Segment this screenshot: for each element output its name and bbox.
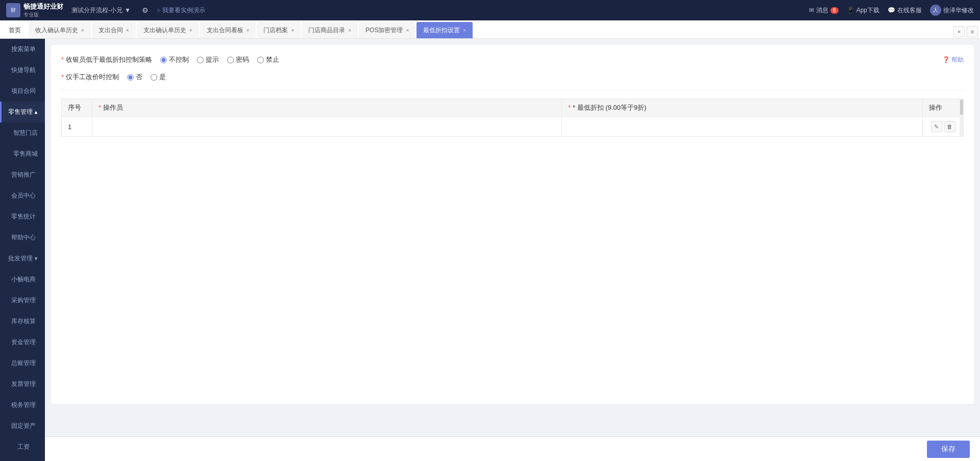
col-header-action: 操作 — [923, 99, 964, 117]
sidebar-item-invoice-management[interactable]: 发票管理 — [0, 374, 45, 395]
logo-text-block: 畅捷通好业财 专业版 — [23, 2, 63, 18]
sidebar-item-project-contract[interactable]: 项目合同 — [0, 81, 45, 102]
user-profile-button[interactable]: 人 徐泽华修改 — [930, 5, 974, 16]
edit-row-button[interactable]: ✎ — [931, 121, 942, 132]
sidebar-item-purchase-management[interactable]: 采购管理 — [0, 290, 45, 311]
tab-close-icon[interactable]: × — [406, 28, 409, 33]
content-area: 收银员低于最低折扣控制策略 不控制 提示 — [45, 39, 980, 461]
app-download-label: App下载 — [856, 6, 879, 15]
sidebar-label: 小畅电商 — [4, 275, 43, 284]
sidebar-item-payroll[interactable]: 工资 — [0, 436, 45, 457]
sidebar-item-search-menu[interactable]: 搜索菜单 — [0, 39, 45, 60]
messages-button[interactable]: ✉ 消息 8 — [809, 6, 839, 15]
sidebar-settings-button[interactable]: ⚙ — [0, 457, 45, 461]
sidebar-item-quick-nav[interactable]: 快捷导航 — [0, 60, 45, 81]
tab-label: 支出确认单历史 — [143, 26, 186, 35]
white-card: 收银员低于最低折扣控制策略 不控制 提示 — [51, 45, 974, 404]
service-icon: 💬 — [888, 7, 895, 14]
tab-pay-confirm-history[interactable]: 支出确认单历史 × — [137, 22, 199, 38]
sidebar-item-member-center[interactable]: 会员中心 — [0, 185, 45, 206]
radio-no-label: 否 — [136, 72, 142, 82]
tab-store-archive[interactable]: 门店档案 × — [257, 22, 301, 38]
tab-label: POS加密管理 — [365, 26, 403, 35]
sidebar-label: 帮助中心 — [4, 233, 43, 242]
table-header-row: 序号 操作员 * 最低折扣 (9.00等于9折) 操作 — [62, 99, 964, 117]
tab-income-confirm-history[interactable]: 收入确认单历史 × — [29, 22, 91, 38]
radio-password[interactable]: 密码 — [227, 55, 249, 64]
radio-password-label: 密码 — [236, 55, 249, 64]
sidebar-item-marketing[interactable]: 营销推广 — [0, 164, 45, 185]
help-label: 帮助 — [951, 56, 964, 64]
project-selector[interactable]: 测试分开流程-小兄 ▼ — [68, 5, 134, 16]
radio-yes[interactable]: 是 — [151, 72, 166, 82]
help-icon: ❓ — [942, 56, 950, 63]
tab-close-icon[interactable]: × — [189, 28, 192, 33]
radio-forbid-input[interactable] — [257, 57, 264, 63]
settings-icon-button[interactable]: ⚙ — [139, 5, 152, 15]
sidebar-item-inventory[interactable]: 库存核算 — [0, 311, 45, 332]
sidebar-item-capital-management[interactable]: 资金管理 — [0, 332, 45, 353]
tab-close-icon[interactable]: × — [463, 28, 466, 33]
tab-close-icon[interactable]: × — [247, 28, 250, 33]
tab-pay-contract[interactable]: 支出合同 × — [92, 22, 136, 38]
radio-no-control[interactable]: 不控制 — [160, 55, 189, 64]
delete-row-button[interactable]: 🗑 — [944, 121, 955, 132]
sidebar-label: 资金管理 — [4, 338, 43, 347]
tab-label: 收入确认单历史 — [35, 26, 78, 35]
messages-label: 消息 — [816, 6, 828, 15]
sidebar-item-smart-store[interactable]: 智慧门店 — [0, 123, 45, 143]
radio-remind-input[interactable] — [197, 57, 204, 63]
cell-seq: 1 — [62, 117, 92, 137]
sidebar-item-retail-management[interactable]: 零售管理 ▲ — [0, 102, 45, 123]
tab-pay-contract-board[interactable]: 支出合同看板 × — [200, 22, 256, 38]
radio-no-control-input[interactable] — [160, 57, 167, 63]
help-link[interactable]: ❓ 帮助 — [942, 56, 964, 64]
tab-close-icon[interactable]: × — [126, 28, 129, 33]
app-edition: 专业版 — [23, 11, 63, 18]
save-bar: 保存 — [45, 436, 980, 461]
sidebar-item-help-center[interactable]: 帮助中心 — [0, 227, 45, 248]
tab-menu-button[interactable]: ≡ — [967, 26, 978, 37]
sidebar-label: 快捷导航 — [4, 66, 43, 75]
sidebar-label: 零售统计 — [4, 212, 43, 221]
tab-bar: 首页 收入确认单历史 × 支出合同 × 支出确认单历史 × 支出合同看板 × 门… — [0, 20, 980, 39]
app-download-icon: 📱 — [847, 7, 854, 14]
app-download-button[interactable]: 📱 App下载 — [847, 6, 879, 15]
radio-forbid[interactable]: 禁止 — [257, 55, 279, 64]
sidebar-item-ecommerce[interactable]: 小畅电商 — [0, 269, 45, 290]
sidebar-label: 智慧门店 — [8, 129, 43, 137]
radio-remind[interactable]: 提示 — [197, 55, 219, 64]
sidebar-item-tax-management[interactable]: 税务管理 — [0, 395, 45, 416]
form-section: 收银员低于最低折扣控制策略 不控制 提示 — [61, 55, 964, 90]
sidebar-item-general-ledger[interactable]: 总账管理 — [0, 353, 45, 374]
sidebar-item-fixed-assets[interactable]: 固定资产 — [0, 416, 45, 436]
sidebar-item-retail-stats[interactable]: 零售统计 — [0, 206, 45, 227]
sidebar-item-retail-mall[interactable]: 零售商城 — [0, 143, 45, 164]
tab-close-icon[interactable]: × — [348, 28, 351, 33]
cashier-policy-radio-group: 不控制 提示 密码 禁 — [160, 55, 279, 64]
tab-close-icon[interactable]: × — [291, 28, 294, 33]
table-scrollbar[interactable] — [960, 99, 964, 137]
save-button[interactable]: 保存 — [927, 441, 970, 458]
chevron-up-icon: ▲ — [34, 109, 39, 115]
table-row: 1 ✎ 🗑 — [62, 117, 964, 137]
radio-password-input[interactable] — [227, 57, 234, 63]
sidebar-label: 库存核算 — [4, 317, 43, 326]
sidebar-label: 固定资产 — [4, 422, 43, 430]
tab-pos-password[interactable]: POS加密管理 × — [359, 22, 415, 38]
radio-yes-input[interactable] — [151, 74, 157, 81]
online-service-button[interactable]: 💬 在线客服 — [888, 6, 922, 15]
tab-store-product-catalog[interactable]: 门店商品目录 × — [302, 22, 358, 38]
sidebar-item-wholesale-management[interactable]: 批发管理 ▼ — [0, 248, 45, 269]
radio-no[interactable]: 否 — [127, 72, 142, 82]
tab-min-discount-settings[interactable]: 最低折扣设置 × — [416, 22, 473, 38]
tab-home[interactable]: 首页 — [2, 22, 28, 38]
demo-link[interactable]: ○ 我要看实例演示 — [157, 6, 205, 15]
tab-close-all-button[interactable]: × — [953, 26, 965, 37]
project-name: 测试分开流程-小兄 — [71, 6, 122, 15]
sidebar-label: 总账管理 — [4, 359, 43, 368]
sidebar-label: 采购管理 — [4, 296, 43, 305]
radio-no-input[interactable] — [127, 74, 134, 81]
tab-close-icon[interactable]: × — [81, 28, 84, 33]
sidebar-label: 会员中心 — [4, 191, 43, 200]
